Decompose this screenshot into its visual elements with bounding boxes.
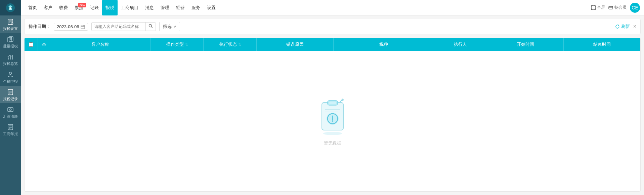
table-header: 客户名称 操作类型 ⇅ 执行状态 ⇅ 错误原因 税种 执行人 (25, 38, 640, 51)
annual-report-icon (7, 123, 14, 131)
select-all-checkbox[interactable] (29, 42, 33, 47)
svg-marker-50 (341, 99, 344, 101)
svg-rect-13 (8, 57, 9, 60)
optype-sort-icon: ⇅ (185, 43, 188, 46)
sidebar-item-label: 个税申报 (3, 79, 18, 84)
th-start-time: 开始时间 (487, 38, 564, 51)
nav-tax[interactable]: 报税 (102, 0, 118, 15)
sidebar-item-settlement[interactable]: 汇算清缴 (0, 103, 21, 121)
nav-customer[interactable]: 客户 (40, 0, 56, 15)
empty-illustration (316, 96, 349, 136)
sidebar-item-label: 批量报税 (3, 44, 18, 48)
member-label: 畅会员 (614, 5, 627, 10)
table-body: 暂无数据 (25, 51, 640, 191)
top-nav: 首页 客户 收费 票据 new 记账 报税 工商项目 消息 管理 经营 (21, 0, 644, 15)
sidebar-item-tax-overview[interactable]: 报税总览 (0, 50, 21, 68)
sidebar-item-tax-settings[interactable]: 报税设置 (0, 15, 21, 33)
svg-point-48 (332, 120, 333, 122)
th-end-time: 结束时间 (564, 38, 640, 51)
svg-point-1 (9, 7, 11, 9)
nav-invoice[interactable]: 票据 new (71, 0, 87, 15)
filter-button[interactable]: 筛选 (159, 22, 180, 31)
settlement-icon (7, 106, 14, 113)
nav-operation[interactable]: 经营 (173, 0, 188, 15)
sidebar-item-label: 工商年报 (3, 132, 18, 136)
nav-billing[interactable]: 收费 (56, 0, 71, 15)
sidebar-item-label: 汇算清缴 (3, 114, 18, 119)
table: 客户名称 操作类型 ⇅ 执行状态 ⇅ 错误原因 税种 执行人 (24, 38, 641, 192)
date-value: 2023-06-06 (57, 24, 79, 29)
nav-service[interactable]: 服务 (188, 0, 204, 15)
svg-rect-44 (329, 102, 336, 104)
avatar[interactable]: CE (630, 3, 640, 13)
close-button[interactable]: × (633, 24, 636, 30)
th-gear[interactable] (38, 38, 50, 51)
th-error-reason: 错误原因 (257, 38, 334, 51)
empty-state: 暂无数据 (316, 96, 349, 146)
svg-rect-32 (609, 6, 613, 9)
svg-rect-31 (591, 6, 595, 10)
nav-bookkeeping[interactable]: 记账 (87, 0, 102, 15)
svg-rect-34 (81, 25, 85, 29)
sidebar-item-label: 报税总览 (3, 62, 18, 66)
search-box (91, 22, 156, 31)
nav-manage[interactable]: 管理 (157, 0, 173, 15)
date-label: 操作日期： (29, 24, 50, 30)
svg-rect-23 (8, 108, 13, 112)
sidebar-item-annual-report[interactable]: 工商年报 (0, 121, 21, 138)
svg-point-41 (323, 132, 342, 135)
nav-settings[interactable]: 设置 (204, 0, 219, 15)
date-picker[interactable]: 2023-06-06 (54, 23, 88, 31)
tax-records-icon (7, 88, 14, 96)
svg-point-16 (9, 72, 12, 74)
th-op-type[interactable]: 操作类型 ⇅ (151, 38, 204, 51)
nav-home[interactable]: 首页 (25, 0, 40, 15)
th-executor: 执行人 (434, 38, 487, 51)
th-ex-status[interactable]: 执行状态 ⇅ (204, 38, 257, 51)
refresh-label: 刷新 (621, 24, 630, 30)
sidebar-item-label: 报税设置 (3, 27, 18, 31)
sidebar-item-label: 报税记录 (3, 97, 18, 101)
invoice-badge: new (78, 3, 86, 7)
main-area: 首页 客户 收费 票据 new 记账 报税 工商项目 消息 管理 经营 (21, 0, 644, 195)
empty-text: 暂无数据 (324, 140, 341, 146)
content-area: 操作日期： 2023-06-06 (21, 15, 644, 195)
fullscreen-button[interactable]: 全屏 (591, 5, 605, 10)
batch-tax-icon (7, 36, 14, 43)
svg-rect-27 (8, 124, 13, 130)
th-client-name: 客户名称 (50, 38, 151, 51)
svg-rect-14 (10, 56, 11, 60)
sidebar-logo[interactable] (0, 0, 21, 15)
sidebar-item-tax-records[interactable]: 报税记录 (0, 86, 21, 103)
tax-settings-icon (7, 18, 14, 26)
exstatus-sort-icon: ⇅ (238, 43, 241, 46)
tax-overview-icon (7, 53, 14, 61)
refresh-button[interactable]: 刷新 (615, 24, 630, 30)
svg-point-40 (43, 44, 45, 45)
search-input[interactable] (92, 23, 145, 30)
toolbar: 操作日期： 2023-06-06 (24, 19, 641, 34)
sidebar: 报税设置 批量报税 报税总览 (0, 0, 21, 195)
toolbar-right: 刷新 × (615, 24, 636, 30)
th-tax-type: 税种 (334, 38, 434, 51)
svg-point-24 (9, 109, 11, 111)
svg-line-39 (151, 27, 152, 28)
personal-tax-icon (7, 71, 14, 78)
svg-rect-15 (12, 55, 13, 60)
top-nav-right: 全屏 畅会员 CE (591, 3, 640, 13)
th-checkbox[interactable] (25, 38, 38, 51)
nav-message[interactable]: 消息 (142, 0, 157, 15)
search-button[interactable] (145, 23, 156, 31)
member-button[interactable]: 畅会员 (608, 5, 627, 10)
svg-rect-28 (9, 125, 12, 126)
nav-industry[interactable]: 工商项目 (118, 0, 142, 15)
fullscreen-label: 全屏 (597, 5, 605, 10)
svg-point-38 (149, 25, 152, 27)
filter-label: 筛选 (163, 24, 172, 30)
sidebar-item-personal-tax[interactable]: 个税申报 (0, 68, 21, 86)
sidebar-item-batch-tax[interactable]: 批量报税 (0, 33, 21, 50)
